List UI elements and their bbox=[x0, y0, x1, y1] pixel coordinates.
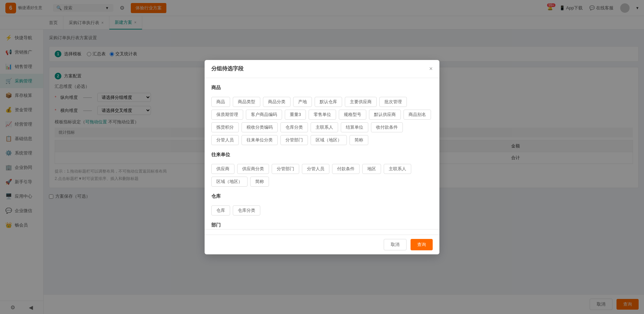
tag-default-warehouse[interactable]: 默认仓库 bbox=[315, 97, 342, 107]
field-group-warehouse-title: 仓库 bbox=[211, 193, 433, 201]
field-tags-partner: 供应商 供应商分类 分管部门 分管人员 付款条件 地区 主联系人 区域（地区） … bbox=[211, 164, 433, 187]
tag-product-alias[interactable]: 商品别名 bbox=[404, 110, 431, 120]
tag-partner-dept[interactable]: 分管部门 bbox=[272, 164, 299, 174]
modal-overlay: 分组待选字段 × 商品 商品 商品类型 商品分类 产地 默认仓库 主要供应商 批… bbox=[0, 0, 644, 314]
tag-main-contact[interactable]: 主联系人 bbox=[311, 122, 338, 132]
modal-body: 商品 商品 商品类型 商品分类 产地 默认仓库 主要供应商 批次管理 保质期管理… bbox=[205, 78, 439, 229]
tag-origin[interactable]: 产地 bbox=[293, 97, 312, 107]
modal-cancel-button[interactable]: 取消 bbox=[384, 239, 407, 250]
tag-payment-terms[interactable]: 收付款条件 bbox=[371, 122, 403, 132]
modal-header: 分组待选字段 × bbox=[205, 60, 439, 78]
field-group-partner-title: 往来单位 bbox=[211, 152, 433, 160]
tag-partner-category[interactable]: 往来单位分类 bbox=[241, 135, 278, 145]
tag-partner-supervisor[interactable]: 分管人员 bbox=[302, 164, 329, 174]
tag-warehouse-category[interactable]: 仓库分类 bbox=[280, 122, 308, 132]
modal-confirm-button[interactable]: 查询 bbox=[411, 239, 433, 250]
tag-spec-model[interactable]: 规格型号 bbox=[339, 110, 366, 120]
tag-partner-contact[interactable]: 主联系人 bbox=[384, 164, 411, 174]
tag-payment-condition[interactable]: 付款条件 bbox=[332, 164, 360, 174]
tag-abbr[interactable]: 简称 bbox=[350, 135, 368, 145]
tag-supplier-category[interactable]: 供应商分类 bbox=[237, 164, 269, 174]
tag-retail-unit[interactable]: 零售单位 bbox=[309, 110, 336, 120]
tag-partner-region[interactable]: 区域（地区） bbox=[211, 177, 248, 187]
modal-horizontal-scrollbar[interactable] bbox=[205, 229, 439, 235]
tag-settlement-unit[interactable]: 结算单位 bbox=[341, 122, 368, 132]
field-group-warehouse: 仓库 仓库 仓库分类 bbox=[211, 193, 433, 215]
field-tags-warehouse: 仓库 仓库分类 bbox=[211, 205, 433, 215]
tag-default-supplier[interactable]: 默认供应商 bbox=[369, 110, 401, 120]
tag-warehouse[interactable]: 仓库 bbox=[211, 205, 230, 215]
tag-customer-sku[interactable]: 客户商品编码 bbox=[246, 110, 282, 120]
tag-supplier[interactable]: 供应商 bbox=[211, 164, 234, 174]
field-group-department-title: 部门 bbox=[211, 222, 433, 229]
tag-supervisor[interactable]: 分管人员 bbox=[211, 135, 239, 145]
tag-product-category[interactable]: 商品分类 bbox=[263, 97, 290, 107]
field-group-partner: 往来单位 供应商 供应商分类 分管部门 分管人员 付款条件 地区 主联系人 区域… bbox=[211, 152, 433, 187]
tag-area[interactable]: 地区 bbox=[362, 164, 381, 174]
tag-batch-management[interactable]: 批次管理 bbox=[379, 97, 407, 107]
tag-main-supplier[interactable]: 主要供应商 bbox=[345, 97, 377, 107]
field-group-department: 部门 部门 bbox=[211, 222, 433, 229]
field-selection-modal: 分组待选字段 × 商品 商品 商品类型 商品分类 产地 默认仓库 主要供应商 批… bbox=[205, 60, 439, 254]
tag-product[interactable]: 商品 bbox=[211, 97, 230, 107]
tag-tax-code[interactable]: 税收分类编码 bbox=[241, 122, 278, 132]
modal-title: 分组待选字段 bbox=[211, 65, 244, 72]
field-group-product: 商品 商品 商品类型 商品分类 产地 默认仓库 主要供应商 批次管理 保质期管理… bbox=[211, 85, 433, 145]
tag-weight3[interactable]: 重量3 bbox=[285, 110, 306, 120]
tag-product-type[interactable]: 商品类型 bbox=[233, 97, 260, 107]
tag-warehouse-cat[interactable]: 仓库分类 bbox=[233, 205, 260, 215]
modal-close-button[interactable]: × bbox=[429, 66, 433, 72]
tag-shelf-life[interactable]: 保质期管理 bbox=[211, 110, 243, 120]
modal-footer: 取消 查询 bbox=[205, 235, 439, 254]
tag-region[interactable]: 区域（地区） bbox=[311, 135, 347, 145]
field-group-product-title: 商品 bbox=[211, 85, 433, 93]
field-tags-product: 商品 商品类型 商品分类 产地 默认仓库 主要供应商 批次管理 保质期管理 客户… bbox=[211, 97, 433, 145]
tag-dept[interactable]: 分管部门 bbox=[280, 135, 308, 145]
tag-partner-abbr[interactable]: 简称 bbox=[250, 177, 269, 187]
modal-hscroll-inner bbox=[205, 231, 439, 231]
tag-pick-score[interactable]: 拣货积分 bbox=[211, 122, 239, 132]
